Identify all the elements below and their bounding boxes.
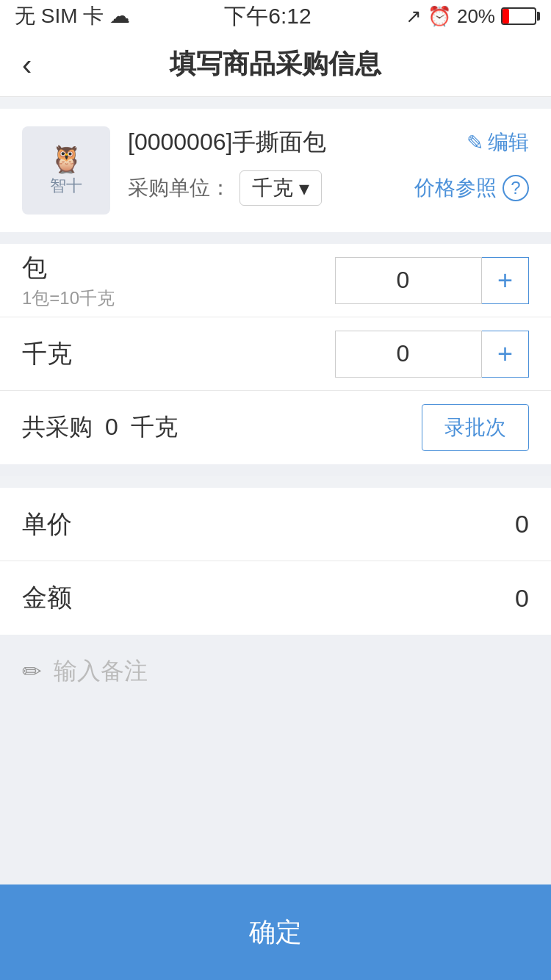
price-ref-label: 价格参照 [414,174,497,202]
kg-label-group: 千克 [22,337,335,371]
location-icon: ↗ [406,5,422,28]
battery-percent: 20% [457,5,495,28]
alarm-icon: ⏰ [428,5,451,28]
unit-price-value: 0 [515,510,529,538]
product-logo: 🦉 [50,144,83,175]
unit-price-row: 单价 0 [0,488,551,561]
confirm-button[interactable]: 确定 [0,899,551,965]
notes-placeholder: 输入备注 [54,655,148,688]
summary-prefix: 共采购 [22,414,93,440]
package-input[interactable] [335,257,482,304]
input-section: 包 1包=10千克 + 千克 + 共采购 0 千克 录批次 [0,244,551,464]
unit-select[interactable]: 千克 ▾ [240,170,322,206]
kg-label: 千克 [22,337,335,371]
edit-button[interactable]: ✎ 编辑 [467,129,529,156]
status-bar: 无 SIM 卡 ☁ 下午6:12 ↗ ⏰ 20% [0,0,551,32]
page-title: 填写商品采购信息 [170,46,381,82]
notes-section[interactable]: ✏ 输入备注 [0,635,551,708]
unit-selector-group: 采购单位： 千克 ▾ [128,170,322,206]
sim-label: 无 SIM 卡 ☁ [15,2,130,30]
summary-row: 共采购 0 千克 录批次 [0,391,551,464]
nav-bar: ‹ 填写商品采购信息 [0,32,551,97]
help-icon: ? [503,175,529,201]
package-plus-button[interactable]: + [482,257,529,304]
unit-price-label: 单价 [22,508,72,541]
kg-input-controls: + [335,331,529,378]
kg-row: 千克 + [0,317,551,391]
batch-button[interactable]: 录批次 [422,404,529,451]
product-section: 🦉 智十 [0000006]手撕面包 ✎ 编辑 采购单位： 千克 ▾ 价格参照 … [0,109,551,232]
battery-icon [501,7,536,25]
unit-label: 采购单位： [128,174,231,202]
edit-icon: ✎ [467,131,483,155]
edit-label: 编辑 [488,129,529,156]
kg-plus-button[interactable]: + [482,331,529,378]
battery-fill [503,9,509,24]
price-section: 单价 0 金额 0 [0,488,551,635]
pencil-icon: ✏ [22,657,42,685]
amount-row: 金额 0 [0,561,551,635]
price-ref-button[interactable]: 价格参照 ? [414,174,529,202]
kg-input[interactable] [335,331,482,378]
product-image: 🦉 智十 [22,126,110,215]
package-row: 包 1包=10千克 + [0,244,551,317]
package-input-controls: + [335,257,529,304]
product-name: [0000006]手撕面包 [128,126,326,159]
package-sub-label: 1包=10千克 [22,287,335,310]
chevron-down-icon: ▾ [299,176,309,201]
back-button[interactable]: ‹ [22,50,32,79]
amount-label: 金额 [22,581,72,615]
status-time: 下午6:12 [224,1,311,32]
package-label: 包 [22,251,335,285]
amount-value: 0 [515,584,529,613]
unit-value: 千克 [252,174,293,202]
status-right: ↗ ⏰ 20% [406,5,536,28]
package-label-group: 包 1包=10千克 [22,251,335,310]
product-logo-sub: 智十 [50,175,82,197]
divider-2 [0,464,551,476]
summary-amount: 0 [105,414,118,440]
purchase-unit-row: 采购单位： 千克 ▾ 价格参照 ? [128,170,529,206]
summary-text: 共采购 0 千克 [22,411,178,444]
product-name-row: [0000006]手撕面包 ✎ 编辑 [128,126,529,159]
divider-1 [0,232,551,244]
summary-suffix: 千克 [131,414,178,440]
status-left: 无 SIM 卡 ☁ [15,2,130,30]
product-info: [0000006]手撕面包 ✎ 编辑 采购单位： 千克 ▾ 价格参照 ? [128,126,529,206]
confirm-wrapper: 确定 [0,884,551,980]
